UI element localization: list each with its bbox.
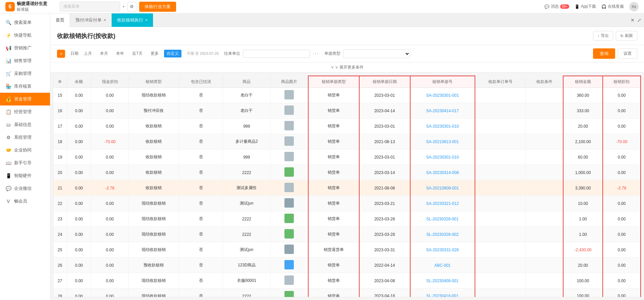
- bill-no-link[interactable]: SA-20230301-010: [426, 155, 459, 160]
- table-row-bill-no[interactable]: SA-20230301-010: [410, 119, 475, 134]
- bill-no-link[interactable]: SA-20230414-017: [426, 109, 459, 113]
- sidebar-item-purchase[interactable]: 🛒 采购管理: [0, 67, 50, 80]
- table-row-bill-no[interactable]: SA-20210813-001: [410, 134, 475, 149]
- col-bill-category-header: 核销单据类型: [308, 76, 359, 88]
- table-row-cancel-amount: 1.00: [563, 227, 603, 242]
- bill-no-link[interactable]: SA-20210808-001: [426, 186, 459, 190]
- table-row-bill-no[interactable]: SA-20230301-010: [410, 149, 475, 165]
- query-btn[interactable]: 查询: [593, 48, 615, 59]
- col-settings-header[interactable]: ⚙: [53, 76, 67, 88]
- table-row-bill-no[interactable]: SL-20230328-001: [410, 211, 475, 227]
- table-row-bill-date: 2023-03-31: [359, 242, 410, 258]
- unit-dots[interactable]: ···: [313, 51, 319, 57]
- table-row-cancel-discount: 0.00: [603, 88, 641, 103]
- table-row-bill-date: 2021-08-08: [359, 180, 410, 196]
- table-row-cash-discount: 0.00: [91, 289, 129, 298]
- bill-no-link[interactable]: SA-20230301-001: [426, 93, 459, 98]
- col-bill-date-header: 核销单据日期: [359, 76, 410, 88]
- tab-home[interactable]: 首页: [50, 13, 70, 27]
- custom-btn[interactable]: 自定义: [164, 50, 181, 57]
- table-row-goods: 老白干: [223, 103, 271, 119]
- window-close-btn[interactable]: ✕: [631, 17, 635, 23]
- bill-no-link[interactable]: SA-20210813-001: [426, 139, 459, 144]
- last-month-btn[interactable]: 上月: [81, 50, 95, 57]
- sidebar-label-wechat: 企业微信: [14, 185, 32, 191]
- table-row-bill-no[interactable]: SA-20230301-001: [410, 88, 475, 103]
- sidebar-item-marketing[interactable]: 📢 营销推广: [0, 42, 50, 54]
- table-row-receipt-order-no: [475, 196, 526, 211]
- bill-type-select[interactable]: [343, 49, 410, 58]
- table-row-receipt-condition: [526, 103, 563, 119]
- message-btn[interactable]: 💬 消息 99+: [544, 4, 569, 9]
- this-year-btn[interactable]: 本年: [113, 50, 127, 57]
- last7-btn[interactable]: 近7天: [129, 50, 145, 57]
- table-row-bill-date: 2022-04-14: [359, 258, 410, 273]
- table-row-cash-discount: 0.00: [91, 258, 129, 273]
- sidebar-item-corp[interactable]: 🤝 企业协同: [0, 144, 50, 157]
- industry-btn[interactable]: 体验行业方案: [139, 2, 176, 12]
- table-row-bill-category: 销货单: [308, 134, 359, 149]
- expand-more-label: ∨ 展开更多条件: [335, 65, 364, 70]
- more-btn[interactable]: 更多: [148, 50, 161, 57]
- table-row-bill-no[interactable]: SA-20230414-017: [410, 103, 475, 119]
- bill-no-link[interactable]: SL-20230418-001: [426, 294, 459, 297]
- table-row-bill-no[interactable]: ABC-001: [410, 258, 475, 273]
- bill-no-link[interactable]: SA-20230314-008: [426, 170, 459, 175]
- sidebar-item-wechat[interactable]: 💬 企业微信: [0, 182, 50, 195]
- this-month-btn[interactable]: 本月: [97, 50, 111, 57]
- table-row-bill-no[interactable]: SL-20230408-001: [410, 273, 475, 289]
- dropdown-arrow-icon[interactable]: ▾: [123, 5, 124, 8]
- sidebar-item-finance[interactable]: 💰 资金管理: [0, 93, 50, 105]
- sidebar-item-inventory[interactable]: 🏪 库存核算: [0, 80, 50, 93]
- export-btn[interactable]: ↑ 导出: [593, 31, 613, 41]
- tab-prepay-close[interactable]: ×: [104, 18, 106, 23]
- bill-no-link[interactable]: SL-20230408-001: [426, 278, 459, 283]
- bill-no-link[interactable]: ABC-001: [434, 263, 451, 268]
- sidebar-label-guide: 新手引导: [14, 160, 32, 166]
- search-box[interactable]: 搜索菜单: [60, 2, 120, 11]
- sidebar-label-inventory: 库存核算: [14, 83, 32, 89]
- table-row-bill-no[interactable]: SA-20230331-026: [410, 242, 475, 258]
- bill-no-link[interactable]: SA-20230331-026: [426, 248, 459, 252]
- from-unit-input[interactable]: [243, 50, 310, 58]
- service-icon: 🎧: [601, 4, 606, 9]
- table-row-bill-no[interactable]: SL-20230418-001: [410, 289, 475, 298]
- main-content: 首页 预付冲应付单 × 收款核销执行 × ✕ ⤢ 收款核销执行(按收款): [50, 13, 644, 300]
- online-service-btn[interactable]: 🎧 在线客服: [601, 4, 624, 9]
- sidebar-item-quicknav[interactable]: ⚡ 快捷导航: [0, 29, 50, 42]
- app-download-btn[interactable]: 📱 App下载: [575, 4, 596, 9]
- tab-prepay[interactable]: 预付冲应付单 ×: [70, 13, 112, 27]
- sidebar-item-search[interactable]: 🔍 搜索菜单: [0, 16, 50, 29]
- filter-expand-btn[interactable]: »: [57, 50, 65, 58]
- gear-button[interactable]: ⚙: [127, 2, 137, 11]
- sidebar-item-basic[interactable]: 🗂 基础信息: [0, 118, 50, 131]
- bill-no-link[interactable]: SL-20230328-002: [426, 232, 459, 237]
- sidebar-item-sales[interactable]: 📊 销售管理: [0, 54, 50, 67]
- bill-no-link[interactable]: SA-20230321-012: [426, 201, 459, 206]
- table-row-bill-no[interactable]: SA-20230321-012: [410, 196, 475, 211]
- sidebar-item-system[interactable]: ⚙ 系统管理: [0, 131, 50, 144]
- sidebar-item-hardware[interactable]: 📱 智能硬件: [0, 169, 50, 182]
- table-row-cancel-discount: 0.00: [603, 289, 641, 298]
- tab-receipts[interactable]: 收款核销执行 ×: [112, 13, 153, 27]
- bill-no-link[interactable]: SA-20230301-010: [426, 124, 459, 129]
- expand-more-bar[interactable]: ∨ ∨ 展开更多条件: [50, 62, 644, 73]
- bill-no-link[interactable]: SL-20230328-001: [426, 217, 459, 221]
- sidebar-item-operations[interactable]: 📋 经营管理: [0, 105, 50, 118]
- table-row-bill-no[interactable]: SA-20210808-001: [410, 180, 475, 196]
- tab-receipts-close[interactable]: ×: [145, 18, 148, 23]
- operations-icon: 📋: [5, 109, 11, 115]
- table-row-include-cleared: 否: [179, 103, 223, 119]
- sidebar-item-guide[interactable]: 📖 新手引导: [0, 157, 50, 169]
- table-row-bill-no[interactable]: SL-20230328-002: [410, 227, 475, 242]
- table-row-include-cleared: 否: [179, 196, 223, 211]
- sidebar-item-member[interactable]: V 畅会员: [0, 195, 50, 208]
- top-bar: 6 畅捷通谐好生意 标准版 搜索菜单 ▾ ⚙ 体验行业方案 💬 消息 99+ 📱…: [0, 0, 644, 13]
- window-expand-btn[interactable]: ⤢: [637, 17, 641, 23]
- refresh-btn[interactable]: ↻ 刷新: [616, 31, 637, 41]
- table-row-include-cleared: 否: [179, 165, 223, 180]
- table-row-bill-no[interactable]: SA-20230314-008: [410, 165, 475, 180]
- settings-btn[interactable]: 设置: [618, 48, 637, 59]
- user-avatar[interactable]: Rit: [629, 2, 639, 11]
- table-row-receipt-order-no: [475, 88, 526, 103]
